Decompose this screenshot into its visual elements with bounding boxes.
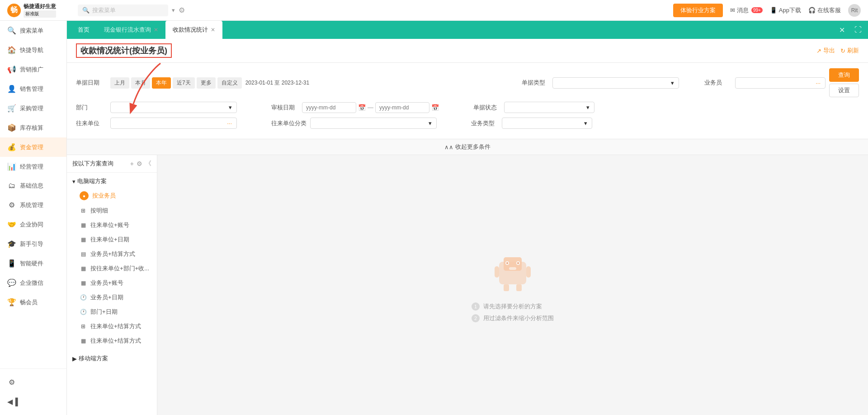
doc-status-select[interactable]: ▾: [504, 102, 594, 113]
type-label: 单据类型: [522, 79, 549, 87]
tip-num-1: 1: [472, 302, 480, 311]
detail-icon: ⊞: [80, 207, 87, 214]
sidebar-item-member[interactable]: 🏆 畅会员: [0, 292, 66, 312]
scheme-item-counterpart-account[interactable]: ▦ 往来单位+账号: [67, 218, 157, 232]
collapse-icon: ◀▐: [7, 397, 16, 406]
sidebar-item-hardware[interactable]: 📱 智能硬件: [0, 254, 66, 273]
scheme-item-counterpart-settle2[interactable]: ▦ 往来单位+结算方式: [67, 334, 157, 348]
sidebar-item-enterprise[interactable]: 🤝 企业协同: [0, 215, 66, 234]
sidebar-item-system[interactable]: ⚙ 系统管理: [0, 195, 66, 215]
scheme-collapse-btn[interactable]: 《: [145, 160, 151, 168]
scheme-group-desktop-header[interactable]: ▾ 电脑端方案: [67, 174, 157, 188]
sidebar-item-operation[interactable]: 📊 经营管理: [0, 157, 66, 176]
sidebar-item-wechat[interactable]: 💬 企业微信: [0, 273, 66, 292]
scheme-item-counterpart-settle1[interactable]: ⊞ 往来单位+结算方式: [67, 319, 157, 334]
tab-bank[interactable]: 现金银行流水查询 ✕: [97, 21, 165, 39]
basic-icon: 🗂: [7, 182, 16, 190]
tab-close-all-btn[interactable]: ✕: [835, 24, 848, 36]
scheme-group-mobile-header[interactable]: ▶ 移动端方案: [67, 352, 157, 365]
tip-text-2: 用过滤条件来缩小分析范围: [483, 314, 554, 322]
date-btn-custom[interactable]: 自定义: [217, 77, 242, 89]
sidebar-item-sales[interactable]: 👤 销售管理: [0, 79, 66, 99]
hardware-icon: 📱: [7, 259, 16, 268]
tip-text-1: 请先选择要分析的方案: [483, 302, 542, 311]
tab-home[interactable]: 首页: [71, 21, 97, 39]
date-btn-lastmonth[interactable]: 上月: [110, 77, 129, 89]
date-btn-thismonth[interactable]: 本月: [131, 77, 150, 89]
tab-receipt[interactable]: 收款情况统计 ✕: [165, 21, 222, 39]
logo-icon: 畅: [7, 4, 21, 17]
sidebar-label-member: 畅会员: [20, 298, 38, 307]
biz-type-select[interactable]: ▾: [502, 118, 592, 129]
audit-date-to[interactable]: [375, 102, 429, 113]
user-avatar[interactable]: Rit: [848, 4, 861, 17]
tab-bank-close[interactable]: ✕: [154, 27, 158, 33]
header-search-box[interactable]: 🔍 搜索菜单: [78, 5, 168, 16]
sidebar-item-inventory[interactable]: 📦 库存核算: [0, 118, 66, 137]
sidebar-item-purchase[interactable]: 🛒 采购管理: [0, 99, 66, 118]
tab-fullscreen-btn[interactable]: ⛶: [852, 24, 864, 36]
sidebar-settings-btn[interactable]: ⚙: [0, 373, 66, 392]
salesman-select[interactable]: ···: [735, 77, 826, 89]
scheme-item-by-counterpart-dept[interactable]: ▦ 按往来单位+部门+收...: [67, 261, 157, 276]
calendar-to-icon[interactable]: 📅: [431, 104, 439, 111]
right-content-area: 1 请先选择要分析的方案 2 用过滤条件来缩小分析范围: [157, 155, 868, 415]
collapse-button[interactable]: ∧∧ 收起更多条件: [444, 143, 491, 151]
date-btn-more[interactable]: 更多: [197, 77, 216, 89]
scheme-item-counterpart-date[interactable]: ▦ 往来单位+日期: [67, 232, 157, 247]
search-icon: 🔍: [82, 7, 90, 14]
calendar-from-icon[interactable]: 📅: [358, 104, 366, 111]
audit-date-range: 📅 — 📅: [302, 102, 439, 113]
dropdown-icon[interactable]: ▾: [172, 7, 175, 14]
export-icon: ↗: [816, 47, 821, 54]
counterpart-cat-select[interactable]: ▾: [310, 118, 437, 129]
sidebar-item-quicknav[interactable]: 🏠 快捷导航: [0, 40, 66, 60]
sidebar-item-search[interactable]: 🔍 搜索菜单: [0, 21, 66, 40]
message-btn[interactable]: ✉ 消息 99+: [730, 6, 763, 14]
gear-icon[interactable]: ⚙: [179, 6, 185, 14]
sidebar-item-basic[interactable]: 🗂 基础信息: [0, 176, 66, 195]
sidebar-item-finance[interactable]: 💰 资金管理: [0, 137, 66, 157]
header-nav: 🔍 搜索菜单 ▾ ⚙: [74, 5, 673, 16]
filter-row-3: 往来单位 ··· 往来单位分类 ▾ 业务类型 ▾: [76, 118, 859, 129]
scheme-item-label-dd: 部门+日期: [90, 308, 118, 316]
scheme-settings-btn[interactable]: ⚙: [137, 160, 142, 167]
trial-button[interactable]: 体验行业方案: [673, 4, 723, 17]
export-button[interactable]: ↗ 导出: [816, 47, 835, 55]
counterpart-select[interactable]: ···: [110, 118, 237, 129]
scheme-item-salesman-date[interactable]: 🕐 业务员+日期: [67, 290, 157, 305]
scheme-item-by-detail[interactable]: ⊞ 按明细: [67, 203, 157, 218]
scheme-panel: 按以下方案查询 + ⚙ 《 ▾ 电脑端方案 ●: [67, 155, 157, 415]
biz-type-chevron: ▾: [584, 120, 587, 127]
scheme-actions: + ⚙ 《: [130, 160, 151, 168]
salesman-more-icon: ···: [816, 80, 821, 86]
query-button[interactable]: 查询: [829, 68, 859, 82]
guide-icon: 🎓: [7, 240, 16, 248]
sidebar-collapse-btn[interactable]: ◀▐: [0, 392, 66, 411]
active-dot: ●: [80, 191, 89, 200]
dept-select[interactable]: ▾: [110, 102, 237, 113]
scheme-item-salesman-settle[interactable]: ▤ 业务员+结算方式: [67, 247, 157, 261]
sidebar-bottom: ⚙ ◀▐: [0, 368, 66, 415]
table-icon-1: ▦: [80, 222, 87, 229]
refresh-button[interactable]: ↻ 刷新: [840, 47, 859, 55]
sidebar-item-guide[interactable]: 🎓 新手引导: [0, 234, 66, 254]
scheme-item-by-salesman[interactable]: ● 按业务员: [67, 188, 157, 203]
tab-receipt-close[interactable]: ✕: [211, 27, 215, 33]
group-expand-icon-mobile: ▶: [72, 355, 77, 362]
scheme-group-mobile: ▶ 移动端方案: [67, 350, 157, 367]
add-scheme-btn[interactable]: +: [130, 160, 134, 167]
dept-select-chevron: ▾: [229, 104, 232, 111]
counterpart-more-icon: ···: [227, 120, 232, 127]
app-download-btn[interactable]: 📱 App下载: [770, 6, 801, 14]
tip-num-2: 2: [472, 314, 480, 322]
sidebar-item-marketing[interactable]: 📢 营销推广: [0, 60, 66, 79]
scheme-item-dept-date[interactable]: 🕐 部门+日期: [67, 305, 157, 319]
type-select[interactable]: ▾: [552, 77, 679, 89]
filter-settings-button[interactable]: 设置: [829, 84, 859, 97]
audit-date-from[interactable]: [302, 102, 356, 113]
date-btn-thisyear[interactable]: 本年: [152, 77, 171, 89]
scheme-item-salesman-account[interactable]: ▦ 业务员+账号: [67, 276, 157, 290]
online-service-btn[interactable]: 🎧 在线客服: [808, 6, 841, 14]
date-btn-7days[interactable]: 近7天: [173, 77, 195, 89]
